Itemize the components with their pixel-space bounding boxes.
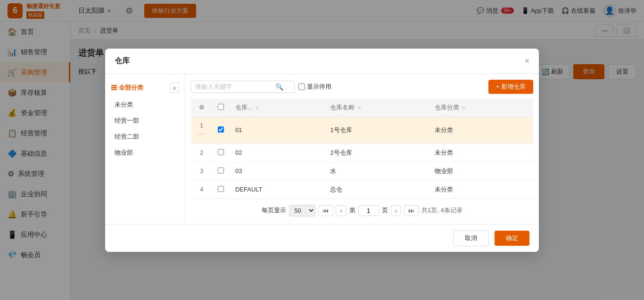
cat-item-0[interactable]: 未分类 [105, 97, 185, 113]
select-all-checkbox[interactable] [218, 104, 224, 110]
row-category: 物业部 [429, 162, 533, 180]
row-checkbox-1[interactable] [218, 149, 224, 155]
table: ⚙ 仓库... ⇅ 仓库名称 ⇅ [191, 99, 533, 199]
page-first-btn[interactable]: ⏮ [318, 205, 333, 216]
row-code: 03 [230, 162, 324, 180]
th-checkbox [212, 99, 230, 117]
row-cb [212, 180, 230, 199]
row-code: 02 [230, 143, 324, 162]
row-name: 1号仓库 [324, 117, 429, 143]
table-header-row: ⚙ 仓库... ⇅ 仓库名称 ⇅ [191, 99, 533, 117]
row-num: 2 [191, 143, 212, 162]
row-code: 01 [230, 117, 324, 143]
row-name: 水 [324, 162, 429, 180]
page-last-btn[interactable]: ⏭ [404, 205, 419, 216]
confirm-btn[interactable]: 确定 [495, 231, 529, 246]
table-row[interactable]: 2 02 2号仓库 未分类 [191, 143, 533, 162]
row-num: 1··· [191, 117, 212, 143]
row-code: DEFAULT [230, 180, 324, 199]
pagination: 每页显示 102050100 ⏮ ‹ 第 页 › ⏭ 共1页, 4条记录 [191, 199, 533, 218]
row-checkbox-0[interactable] [218, 126, 224, 133]
th-gear[interactable]: ⚙ [191, 99, 212, 117]
row-category: 未分类 [429, 180, 533, 199]
page-next-btn[interactable]: › [391, 205, 401, 216]
row-category: 未分类 [429, 117, 533, 143]
cancel-btn[interactable]: 取消 [453, 230, 489, 246]
sort-icon-code[interactable]: ⇅ [255, 105, 259, 110]
dialog-body: ⊞ 全部分类 « 未分类 经营一部 经营二部 物业部 🔍 [105, 74, 539, 224]
table-row[interactable]: 3 03 水 物业部 [191, 162, 533, 180]
right-toolbar: 🔍 显示停用 + 新增仓库 [191, 80, 533, 94]
dialog-close-btn[interactable]: × [524, 56, 529, 66]
th-name: 仓库名称 ⇅ [324, 99, 429, 117]
row-checkbox-3[interactable] [218, 186, 224, 192]
category-panel: ⊞ 全部分类 « 未分类 经营一部 经营二部 物业部 [105, 74, 185, 224]
dialog-title: 仓库 [115, 56, 130, 66]
row-checkbox-2[interactable] [218, 167, 224, 174]
sort-icon-name[interactable]: ⇅ [357, 105, 361, 110]
show-disabled-label[interactable]: 显示停用 [298, 83, 331, 91]
add-warehouse-btn[interactable]: + 新增仓库 [488, 80, 533, 94]
row-cb [212, 117, 230, 143]
per-page-select[interactable]: 102050100 [289, 205, 315, 217]
row-name: 2号仓库 [324, 143, 429, 162]
category-all[interactable]: ⊞ 全部分类 « [105, 79, 185, 97]
row-cb [212, 162, 230, 180]
table-panel: 🔍 显示停用 + 新增仓库 ⚙ [185, 74, 539, 224]
show-disabled-checkbox[interactable] [298, 83, 305, 90]
page-number-input[interactable] [358, 205, 379, 216]
th-code: 仓库... ⇅ [230, 99, 324, 117]
more-btn[interactable]: ··· [197, 129, 206, 139]
collapse-btn[interactable]: « [170, 83, 179, 93]
page-prev-btn[interactable]: ‹ [336, 205, 346, 216]
search-icon[interactable]: 🔍 [275, 83, 283, 91]
cat-item-1[interactable]: 经营一部 [105, 113, 185, 129]
sort-icon-cat[interactable]: ⇅ [462, 105, 465, 110]
cat-item-2[interactable]: 经营二部 [105, 129, 185, 145]
cat-item-3[interactable]: 物业部 [105, 145, 185, 161]
modal-overlay[interactable]: 仓库 × ⊞ 全部分类 « 未分类 经营一部 经营二部 物业部 [0, 0, 644, 300]
row-category: 未分类 [429, 143, 533, 162]
table-row[interactable]: 1··· 01 1号仓库 未分类 [191, 117, 533, 143]
th-category: 仓库分类 ⇅ [429, 99, 533, 117]
table-row[interactable]: 4 DEFAULT 总仓 未分类 [191, 180, 533, 199]
search-box: 🔍 [191, 81, 295, 93]
row-name: 总仓 [324, 180, 429, 199]
warehouse-table: ⚙ 仓库... ⇅ 仓库名称 ⇅ [191, 99, 533, 199]
grid-icon: ⊞ [111, 83, 117, 92]
search-input[interactable] [195, 83, 275, 90]
row-cb [212, 143, 230, 162]
row-num: 3 [191, 162, 212, 180]
row-num: 4 [191, 180, 212, 199]
dialog: 仓库 × ⊞ 全部分类 « 未分类 经营一部 经营二部 物业部 [105, 49, 539, 252]
dialog-header: 仓库 × [105, 49, 539, 74]
page-info: 共1页, 4条记录 [421, 206, 462, 215]
dialog-footer: 取消 确定 [105, 224, 539, 252]
